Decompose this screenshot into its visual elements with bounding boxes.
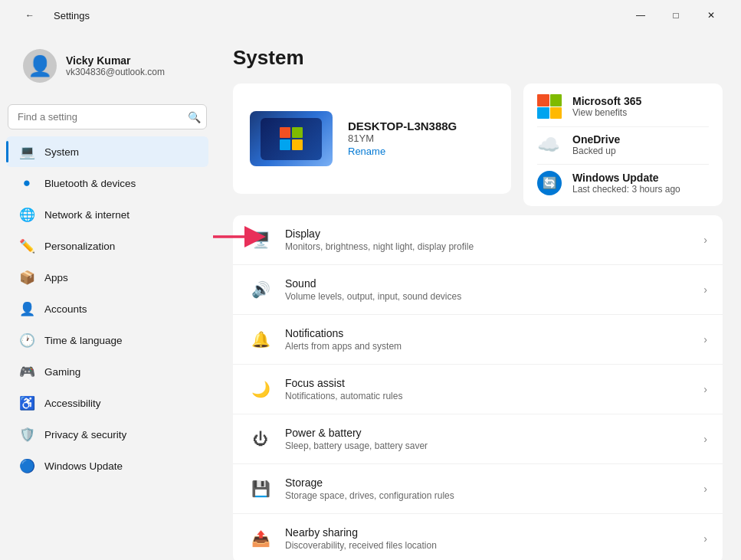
titlebar-left: ← Settings — [12, 3, 90, 28]
sidebar-item-apps[interactable]: 📦 Apps — [6, 262, 208, 293]
device-card: DESKTOP-L3N388G 81YM Rename — [233, 84, 511, 194]
settings-item-power[interactable]: ⏻ Power & battery Sleep, battery usage, … — [233, 414, 723, 464]
power-icon: ⏻ — [248, 427, 273, 451]
ms365-title: Microsoft 365 — [572, 95, 641, 107]
sound-title: Sound — [285, 277, 691, 290]
settings-item-sound[interactable]: 🔊 Sound Volume levels, output, input, so… — [233, 265, 723, 315]
nearby-text: Nearby sharing Discoverability, received… — [285, 526, 691, 551]
back-button[interactable]: ← — [12, 3, 48, 28]
user-info: Vicky Kumar vk304836@outlook.com — [66, 54, 165, 77]
storage-chevron: › — [703, 483, 707, 495]
windows-update-icon: 🔵 — [18, 457, 35, 474]
device-rename-link[interactable]: Rename — [348, 146, 385, 157]
page-title: System — [233, 46, 723, 70]
titlebar: ← Settings — □ ✕ — [0, 0, 741, 31]
notifications-title: Notifications — [285, 327, 691, 339]
sound-text: Sound Volume levels, output, input, soun… — [285, 277, 691, 302]
info-cards: Microsoft 365 View benefits ☁️ OneDrive … — [523, 84, 723, 206]
sound-desc: Volume levels, output, input, sound devi… — [285, 291, 691, 302]
search-button[interactable]: 🔍 — [188, 111, 201, 123]
settings-item-focus[interactable]: 🌙 Focus assist Notifications, automatic … — [233, 365, 723, 414]
sidebar-item-windows-update[interactable]: 🔵 Windows Update — [6, 450, 208, 481]
sidebar-item-label-personalization: Personalization — [44, 241, 115, 252]
sidebar-item-bluetooth[interactable]: ● Bluetooth & devices — [6, 168, 208, 198]
focus-chevron: › — [703, 383, 707, 395]
user-email: vk304836@outlook.com — [66, 67, 165, 77]
display-chevron: › — [703, 234, 707, 246]
notifications-chevron: › — [703, 333, 707, 345]
display-desc: Monitors, brightness, night light, displ… — [285, 241, 691, 252]
storage-icon: 💾 — [248, 476, 273, 501]
focus-desc: Notifications, automatic rules — [285, 391, 691, 401]
device-image — [250, 111, 333, 166]
onedrive-card[interactable]: ☁️ OneDrive Backed up — [537, 133, 709, 165]
sidebar-item-network[interactable]: 🌐 Network & internet — [6, 199, 208, 230]
sidebar-item-label-accounts: Accounts — [44, 303, 87, 315]
sidebar-item-label-accessibility: Accessibility — [44, 398, 101, 409]
sidebar-item-privacy[interactable]: 🛡️ Privacy & security — [6, 419, 208, 450]
sidebar-nav: 💻 System ● Bluetooth & devices 🌐 Network… — [0, 136, 215, 482]
maximize-button[interactable]: □ — [658, 3, 693, 28]
update-title: Windows Update — [572, 172, 680, 184]
ms365-card[interactable]: Microsoft 365 View benefits — [537, 94, 709, 127]
onedrive-title: OneDrive — [572, 133, 620, 146]
nearby-chevron: › — [703, 532, 707, 545]
app-container: 👤 Vicky Kumar vk304836@outlook.com 🔍 💻 S… — [0, 31, 741, 560]
titlebar-title: Settings — [54, 10, 90, 21]
apps-icon: 📦 — [18, 269, 35, 286]
notifications-text: Notifications Alerts from apps and syste… — [285, 327, 691, 352]
sidebar-item-system[interactable]: 💻 System — [6, 136, 208, 167]
minimize-button[interactable]: — — [623, 3, 658, 28]
settings-list: 🖥️ Display Monitors, brightness, night l… — [233, 215, 723, 560]
sidebar: 👤 Vicky Kumar vk304836@outlook.com 🔍 💻 S… — [0, 31, 215, 560]
onedrive-subtitle: Backed up — [572, 146, 620, 156]
onedrive-icon: ☁️ — [537, 134, 562, 156]
storage-title: Storage — [285, 476, 691, 489]
power-text: Power & battery Sleep, battery usage, ba… — [285, 427, 691, 451]
sidebar-item-accessibility[interactable]: ♿ Accessibility — [6, 388, 208, 418]
sidebar-item-label-apps: Apps — [44, 272, 68, 283]
ms365-icon — [537, 94, 562, 119]
update-info: Windows Update Last checked: 3 hours ago — [572, 172, 680, 195]
power-chevron: › — [703, 433, 707, 445]
close-button[interactable]: ✕ — [693, 3, 729, 28]
settings-item-notifications[interactable]: 🔔 Notifications Alerts from apps and sys… — [233, 315, 723, 365]
sound-chevron: › — [703, 283, 707, 296]
time-icon: 🕐 — [18, 332, 35, 349]
sidebar-item-label-gaming: Gaming — [44, 366, 80, 378]
sidebar-item-gaming[interactable]: 🎮 Gaming — [6, 356, 208, 387]
gaming-icon: 🎮 — [18, 363, 35, 380]
settings-item-nearby[interactable]: 📤 Nearby sharing Discoverability, receiv… — [233, 514, 723, 560]
sidebar-item-label-system: System — [44, 146, 79, 158]
sidebar-item-label-privacy: Privacy & security — [44, 429, 126, 440]
ms365-info: Microsoft 365 View benefits — [572, 95, 641, 118]
focus-icon: 🌙 — [248, 377, 273, 401]
notifications-icon: 🔔 — [248, 327, 273, 352]
sound-icon: 🔊 — [248, 277, 273, 302]
accessibility-icon: ♿ — [18, 395, 35, 411]
privacy-icon: 🛡️ — [18, 426, 35, 443]
device-image-inner — [261, 118, 322, 160]
power-desc: Sleep, battery usage, battery saver — [285, 440, 691, 451]
sidebar-item-personalization[interactable]: ✏️ Personalization — [6, 231, 208, 261]
main-content: System DESKTOP-L — [215, 31, 741, 560]
windows-update-card[interactable]: 🔄 Windows Update Last checked: 3 hours a… — [537, 171, 709, 195]
nearby-icon: 📤 — [248, 526, 273, 551]
user-name: Vicky Kumar — [66, 54, 165, 67]
sidebar-item-label-bluetooth: Bluetooth & devices — [44, 178, 136, 189]
sidebar-item-accounts[interactable]: 👤 Accounts — [6, 293, 208, 324]
device-info: DESKTOP-L3N388G 81YM Rename — [348, 120, 494, 158]
avatar: 👤 — [23, 49, 57, 83]
power-title: Power & battery — [285, 427, 691, 439]
focus-title: Focus assist — [285, 377, 691, 389]
user-profile[interactable]: 👤 Vicky Kumar vk304836@outlook.com — [8, 37, 207, 95]
settings-item-display[interactable]: 🖥️ Display Monitors, brightness, night l… — [233, 215, 723, 265]
search-input[interactable] — [8, 104, 207, 129]
onedrive-info: OneDrive Backed up — [572, 133, 620, 156]
sidebar-item-time[interactable]: 🕐 Time & language — [6, 325, 208, 355]
settings-item-storage[interactable]: 💾 Storage Storage space, drives, configu… — [233, 464, 723, 514]
bluetooth-icon: ● — [18, 175, 35, 192]
accounts-icon: 👤 — [18, 300, 35, 317]
storage-text: Storage Storage space, drives, configura… — [285, 476, 691, 501]
top-section: DESKTOP-L3N388G 81YM Rename Microsoft 36… — [233, 84, 723, 206]
